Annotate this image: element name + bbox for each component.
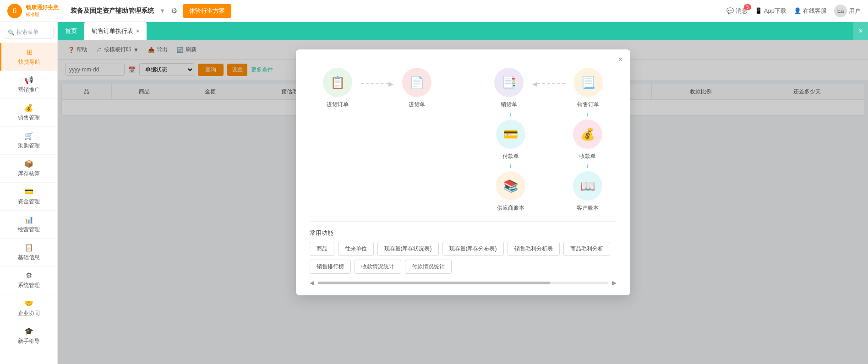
message-badge: 5 (744, 4, 751, 10)
supplier-label: 供应商账本 (497, 204, 524, 212)
scroll-thumb (318, 282, 550, 284)
purchase-order-label: 进货订单 (327, 101, 349, 109)
workflow-row3: 📚 供应商账本 📖 客户账本 (319, 171, 607, 212)
workflow-node-receipt[interactable]: 💰 收款单 (573, 120, 602, 160)
arrow-h1: ▶ (361, 80, 393, 87)
sidebar-item-inventory[interactable]: 📦 库存核算 (0, 155, 57, 183)
cf-btn-counterparty[interactable]: 往来单位 (338, 242, 374, 256)
sidebar-item-quick-nav[interactable]: ⊞ 快捷导航 (0, 43, 57, 71)
system-title: 装备及固定资产辅助管理系统 (71, 7, 154, 15)
customer-label: 客户账本 (577, 204, 599, 212)
modal-close-button[interactable]: × (618, 55, 623, 65)
tab-close-icon[interactable]: × (136, 28, 139, 34)
workflow-node-sale-bill[interactable]: 📑 销货单 (494, 68, 524, 109)
sidebar-item-marketing[interactable]: 📢 营销推广 (0, 71, 57, 99)
tab-sales-order-exec[interactable]: 销售订单执行表 × (84, 22, 147, 40)
workflow-modal: × 📋 进货订单 (296, 49, 630, 295)
cf-btn-stock-status[interactable]: 现存量(库存状况表) (377, 242, 439, 256)
purchase-order-circle: 📋 (323, 68, 352, 97)
message-icon: 💬 (726, 7, 734, 14)
tab-home[interactable]: 首页 (58, 22, 84, 40)
payment-label: 付款单 (502, 152, 519, 160)
payment-circle: 💳 (496, 120, 525, 149)
arrow-h2: ◀ (532, 80, 565, 87)
workflow-node-supplier-account[interactable]: 📚 供应商账本 (496, 171, 525, 212)
cf-buttons-container: 商品 往来单位 现存量(库存状况表) 现存量(库存分布表) 销售毛利分析表 商品… (310, 242, 617, 274)
download-icon: 📱 (755, 7, 762, 14)
sidebar-item-system[interactable]: ⚙ 系统管理 (0, 266, 57, 294)
sidebar-search-area: 🔍 搜索菜单 (0, 22, 57, 43)
sidebar-item-finance[interactable]: 💳 资金管理 (0, 183, 57, 211)
inventory-icon: 📦 (24, 159, 33, 168)
gear-icon[interactable]: ⚙ (171, 6, 177, 15)
content-area: 首页 销售订单执行表 × × ❓ 帮助 🖨 (58, 22, 868, 364)
cf-btn-products[interactable]: 商品 (310, 242, 334, 256)
workflow-arrows-row: ↓ ↓ (319, 109, 607, 120)
app-container: 6 畅康通好生意 标准版 装备及固定资产辅助管理系统 ▼ ⚙ 体验行业方案 💬 … (0, 0, 868, 364)
app-download-button[interactable]: 📱 App下载 (755, 7, 786, 15)
customer-circle: 📖 (573, 171, 602, 201)
workflow-row1: 📋 进货订单 ▶ (319, 68, 607, 109)
purchase-bill-circle: 📄 (402, 68, 431, 97)
basic-info-icon: 📋 (24, 243, 33, 252)
cf-btn-receipt-stat[interactable]: 收款情况统计 (355, 260, 401, 274)
cf-btn-stock-dist[interactable]: 现存量(库存分布表) (442, 242, 504, 256)
main-layout: 🔍 搜索菜单 ⊞ 快捷导航 📢 营销推广 💰 销售管理 🛒 采购管理 (0, 22, 868, 364)
sales-icon: 💰 (24, 103, 33, 112)
sidebar: 🔍 搜索菜单 ⊞ 快捷导航 📢 营销推广 💰 销售管理 🛒 采购管理 (0, 22, 58, 364)
close-all-tabs-button[interactable]: × (853, 22, 868, 40)
workflow-node-purchase-order[interactable]: 📋 进货订单 (323, 68, 352, 109)
arrow-v2 (401, 110, 430, 118)
workflow-node-customer-account[interactable]: 📖 客户账本 (573, 171, 602, 212)
experience-button[interactable]: 体验行业方案 (183, 4, 231, 18)
tab-bar: 首页 销售订单执行表 × × (58, 22, 868, 40)
cf-btn-product-profit[interactable]: 商品毛利分析 (563, 242, 610, 256)
user-area[interactable]: Ea 用户 (834, 5, 861, 17)
logo-area: 6 畅康通好生意 标准版 (7, 4, 65, 18)
system-icon: ⚙ (26, 271, 32, 280)
service-icon: 👤 (794, 7, 801, 14)
search-icon: 🔍 (8, 29, 15, 36)
sidebar-item-newbie[interactable]: 🎓 新手引导 (0, 322, 57, 350)
user-avatar: Ea (834, 5, 847, 17)
logo-icon: 6 (7, 4, 22, 18)
cf-btn-sales-rank[interactable]: 销售排行榜 (310, 260, 351, 274)
cf-btn-sales-profit[interactable]: 销售毛利分析表 (508, 242, 560, 256)
workflow-node-payment[interactable]: 💳 付款单 (496, 120, 525, 160)
common-functions-title: 常用功能 (310, 229, 617, 237)
sidebar-item-basic-info[interactable]: 📋 基础信息 (0, 239, 57, 266)
sidebar-item-enterprise[interactable]: 🤝 企业协同 (0, 294, 57, 322)
online-service-button[interactable]: 👤 在线客服 (794, 7, 827, 15)
logo-text: 畅康通好生意 标准版 (26, 4, 59, 18)
top-right: 💬 消息 5 📱 App下载 👤 在线客服 Ea 用户 (726, 5, 861, 17)
finance-icon: 💳 (24, 187, 33, 196)
arrow-v5: ↓ (496, 162, 525, 169)
workflow-node-purchase-bill[interactable]: 📄 进货单 (402, 68, 431, 109)
scroll-right-icon[interactable]: ▶ (612, 279, 617, 286)
newbie-icon: 🎓 (24, 327, 33, 336)
sidebar-item-operations[interactable]: 📊 经营管理 (0, 211, 57, 239)
workflow-arrows-row2: ↓ ↓ (319, 160, 607, 171)
arrow-v1 (324, 110, 353, 118)
workflow-node-sale-order[interactable]: 📃 销售订单 (573, 68, 603, 109)
search-menu-button[interactable]: 🔍 搜索菜单 (4, 26, 54, 39)
receipt-circle: 💰 (573, 120, 602, 149)
sidebar-item-purchase[interactable]: 🛒 采购管理 (0, 127, 57, 155)
enterprise-icon: 🤝 (24, 299, 33, 308)
common-functions: 常用功能 商品 往来单位 现存量(库存状况表) 现存量(库存分布表) 销售毛利分… (310, 221, 617, 274)
sale-order-circle: 📃 (573, 68, 603, 97)
message-button[interactable]: 💬 消息 5 (726, 7, 748, 15)
sale-bill-circle: 📑 (494, 68, 524, 97)
scroll-track (318, 282, 608, 284)
scroll-left-icon[interactable]: ◀ (310, 279, 314, 286)
cf-btn-payment-stat[interactable]: 付款情况统计 (405, 260, 452, 274)
purchase-icon: 🛒 (24, 131, 33, 140)
arrow-v4: ↓ (573, 110, 602, 118)
scrollbar-area: ◀ ▶ (310, 279, 617, 286)
sidebar-item-sales[interactable]: 💰 销售管理 (0, 99, 57, 127)
title-dropdown-icon[interactable]: ▼ (159, 7, 165, 14)
arrow-v6: ↓ (573, 162, 602, 169)
supplier-circle: 📚 (496, 171, 525, 201)
purchase-bill-label: 进货单 (409, 101, 425, 109)
operations-icon: 📊 (24, 215, 33, 224)
